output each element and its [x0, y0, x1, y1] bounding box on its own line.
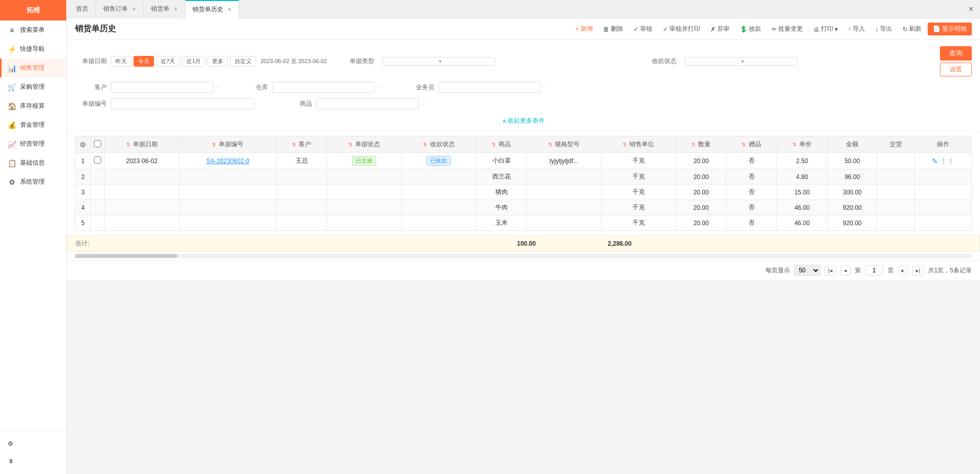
- td-goods: 西兰花: [476, 169, 527, 185]
- sidebar-bottom-item2[interactable]: ⏸: [0, 452, 66, 470]
- row-checkbox[interactable]: [94, 156, 101, 164]
- th-qty[interactable]: ⇅ 数量: [676, 136, 726, 153]
- sidebar-item-basic-info[interactable]: 📋 基础信息: [0, 153, 66, 172]
- customer-filter-label: 客户: [75, 83, 111, 92]
- warehouse-input[interactable]: [272, 82, 375, 93]
- th-unit[interactable]: ⇅ 销售单位: [601, 136, 676, 153]
- sidebar-item-operations[interactable]: 📈 经营管理: [0, 134, 66, 153]
- th-gift[interactable]: ⇅ 赠品: [726, 136, 777, 153]
- action-more-icon[interactable]: ⋮⋮: [940, 157, 954, 165]
- scrollbar-wrap[interactable]: [67, 252, 980, 260]
- select-all-checkbox[interactable]: [94, 140, 101, 147]
- date-btn-custom[interactable]: 自定义: [230, 56, 256, 67]
- query-button[interactable]: 查询: [940, 46, 972, 61]
- next-page-button[interactable]: ▸: [898, 266, 908, 275]
- sidebar-item-label: 资金管理: [20, 121, 45, 129]
- new-button[interactable]: + 新增: [571, 23, 597, 35]
- abandon-button[interactable]: ✗ 弃审: [706, 23, 734, 35]
- sort-icon: ⇅: [292, 142, 296, 147]
- export-button[interactable]: ↓ 导出: [871, 23, 896, 35]
- td-unit: 千克: [601, 153, 676, 169]
- show-detail-button[interactable]: 📄 显示明细: [928, 23, 972, 35]
- goods-input[interactable]: [316, 98, 419, 109]
- collapse-btn[interactable]: ∧ 收起更多条件: [502, 116, 545, 125]
- td-payment-status: [401, 169, 476, 185]
- sidebar-item-label: 经营管理: [20, 140, 45, 148]
- docno-input[interactable]: [111, 98, 255, 109]
- sidebar-item-purchase-mgmt[interactable]: 🛒 采购管理: [0, 77, 66, 96]
- import-button[interactable]: ↑ 导入: [844, 23, 869, 35]
- audit-print-button[interactable]: ✓ 审核并打印: [659, 23, 704, 35]
- td-gift: 否: [726, 153, 777, 169]
- action-edit-icon[interactable]: ✎: [932, 157, 938, 165]
- refresh-button[interactable]: ↻ 刷新: [898, 23, 926, 35]
- td-spec: [527, 169, 601, 185]
- payment-status-select[interactable]: ▾: [685, 57, 798, 66]
- filter-col-doctype: 单据类型 ▾: [348, 57, 629, 66]
- date-btn-7days[interactable]: 近7天: [156, 56, 180, 67]
- date-btn-today[interactable]: 今天: [133, 56, 154, 67]
- doc-no-link[interactable]: SA-20230602-0: [206, 157, 249, 165]
- tab-sales-goods-close[interactable]: ✕: [174, 6, 178, 12]
- th-doc-no[interactable]: ⇅ 单据编号: [179, 136, 277, 153]
- tab-sales-order-close[interactable]: ✕: [132, 6, 136, 12]
- th-customer[interactable]: ⇅ 客户: [277, 136, 327, 153]
- doc-type-select[interactable]: ▾: [382, 57, 495, 66]
- settings-button[interactable]: 设置: [940, 63, 972, 76]
- date-btn-more[interactable]: 更多: [207, 56, 228, 67]
- sidebar-item-sales-mgmt[interactable]: 📊 销售管理: [0, 58, 66, 77]
- prev-page-button[interactable]: ◂: [840, 266, 851, 275]
- sidebar-item-inventory[interactable]: 🏠 库存核算: [0, 96, 66, 115]
- tab-home-label: 首页: [76, 5, 88, 13]
- purchase-mgmt-icon: 🛒: [8, 83, 16, 91]
- page-size-select[interactable]: 50 100: [794, 265, 820, 276]
- th-doc-status[interactable]: ⇅ 单据状态: [327, 136, 401, 153]
- tab-sales-history[interactable]: 销货单历史 ✕: [185, 0, 239, 18]
- tab-sales-order[interactable]: 销售订单 ✕: [96, 0, 144, 18]
- col-doc-no-label: 单据编号: [219, 141, 243, 148]
- date-btn-yesterday[interactable]: 昨天: [111, 56, 131, 67]
- col-action-label: 操作: [937, 141, 949, 148]
- date-btn-1month[interactable]: 近1月: [182, 56, 205, 67]
- td-action: [914, 215, 972, 231]
- td-transaction: [877, 169, 914, 185]
- sidebar-item-search-menu[interactable]: ≡ 搜索菜单: [0, 21, 66, 40]
- th-payment-status[interactable]: ⇅ 收款状态: [401, 136, 476, 153]
- finance-icon: 💰: [8, 121, 16, 129]
- scrollbar-thumb[interactable]: [75, 254, 178, 258]
- page-input[interactable]: [865, 265, 883, 275]
- customer-input[interactable]: [111, 82, 214, 93]
- td-unit-price: 46.00: [777, 215, 827, 231]
- sidebar-item-system-mgmt[interactable]: ⚙ 系统管理: [0, 172, 66, 191]
- batch-change-button[interactable]: ✏ 批量变更: [767, 23, 807, 35]
- audit-button[interactable]: ✓ 审核: [629, 23, 657, 35]
- th-spec[interactable]: ⇅ 规格型号: [527, 136, 601, 153]
- show-detail-icon: 📄: [933, 25, 940, 32]
- customer-dots[interactable]: ···: [216, 84, 221, 91]
- tab-sales-history-close[interactable]: ✕: [227, 7, 232, 12]
- print-button[interactable]: 🖨 打印 ▾: [809, 23, 842, 35]
- td-amount: 920.00: [828, 200, 877, 215]
- th-unit-price[interactable]: ⇅ 单价: [777, 136, 827, 153]
- tab-sales-goods[interactable]: 销货单 ✕: [144, 0, 185, 18]
- goods-filter-label: 商品: [296, 100, 316, 108]
- business-input[interactable]: [438, 82, 541, 93]
- tab-home[interactable]: 首页: [69, 0, 96, 18]
- sidebar-item-finance[interactable]: 💰 资金管理: [0, 115, 66, 134]
- td-idx: 1: [75, 153, 91, 169]
- first-page-button[interactable]: |◂: [824, 266, 836, 275]
- goods-dots[interactable]: ···: [421, 100, 426, 107]
- th-settings[interactable]: ⚙: [75, 136, 91, 153]
- warehouse-dots[interactable]: ···: [377, 84, 382, 91]
- sidebar-item-quick-nav[interactable]: ⚡ 快捷导航: [0, 40, 66, 58]
- close-all-icon[interactable]: ✕: [968, 5, 974, 13]
- th-goods[interactable]: ⇅ 商品: [476, 136, 527, 153]
- last-page-button[interactable]: ▸|: [912, 266, 924, 275]
- sidebar-bottom-item1[interactable]: ⚙: [0, 435, 66, 452]
- th-doc-date[interactable]: ⇅ 单据日期: [105, 136, 179, 153]
- delete-button[interactable]: 🗑 删除: [599, 23, 627, 35]
- collect-button[interactable]: 💲 收款: [736, 23, 765, 35]
- business-dots[interactable]: ···: [543, 84, 548, 91]
- settings-gear-icon[interactable]: ⚙: [80, 141, 86, 149]
- sidebar-item-label: 销售管理: [20, 64, 45, 72]
